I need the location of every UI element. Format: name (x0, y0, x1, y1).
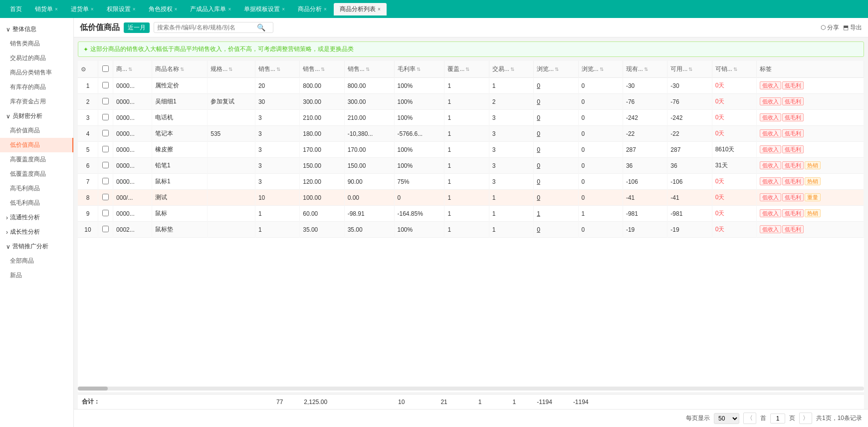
th-stock[interactable]: 现有...⇅ (623, 61, 667, 78)
nav-template-setting[interactable]: 单据模板设置 × (238, 3, 291, 15)
close-icon[interactable]: × (324, 6, 327, 12)
first-page-label: 首 (760, 414, 766, 423)
page-number-input[interactable] (770, 414, 785, 424)
row-checkbox[interactable] (102, 114, 109, 120)
nav-permission[interactable]: 权限设置 × (101, 3, 142, 15)
sidebar-group-overall[interactable]: ∨ 整体信息 (0, 22, 73, 36)
sidebar-item-traded-products[interactable]: 交易过的商品 (0, 51, 73, 65)
row-browse2: 0 (578, 190, 623, 206)
browse1-link[interactable]: 1 (537, 210, 540, 217)
sidebar-item-low-margin[interactable]: 低毛利商品 (0, 196, 73, 210)
th-browse1[interactable]: 浏览...⇅ (534, 61, 578, 78)
row-checkbox-cell (98, 94, 113, 110)
th-sales3[interactable]: 销售...⇅ (344, 61, 394, 78)
share-button[interactable]: ⬡ 分享 (821, 23, 839, 32)
sidebar-item-stock-capital[interactable]: 库存资金占用 (0, 94, 73, 109)
row-spec (208, 142, 255, 158)
browse1-link[interactable]: 0 (537, 114, 540, 121)
row-browse1[interactable]: 0 (534, 78, 578, 94)
tag-badge: 低毛利 (782, 129, 804, 137)
search-input[interactable] (157, 24, 257, 31)
sidebar-item-low-value[interactable]: 低价值商品 (0, 138, 73, 152)
next-page-button[interactable]: 〉 (799, 413, 812, 424)
browse1-link[interactable]: 0 (537, 194, 540, 201)
th-sales2[interactable]: 销售...⇅ (300, 61, 344, 78)
th-sales1[interactable]: 销售...⇅ (255, 61, 299, 78)
row-checkbox[interactable] (102, 210, 109, 216)
nav-home[interactable]: 首页 (4, 3, 28, 15)
th-sellable[interactable]: 可销...⇅ (712, 61, 756, 78)
row-browse1[interactable]: 0 (534, 110, 578, 126)
sidebar-group-marketing[interactable]: ∨ 营销推广分析 (0, 239, 73, 254)
row-checkbox[interactable] (102, 194, 109, 200)
row-checkbox[interactable] (102, 130, 109, 136)
close-icon[interactable]: × (282, 6, 285, 12)
nav-product-inbound[interactable]: 产成品入库单 × (184, 3, 237, 15)
browse1-link[interactable]: 0 (537, 130, 540, 137)
close-icon[interactable]: × (133, 6, 136, 12)
close-icon[interactable]: × (55, 6, 58, 12)
row-checkbox[interactable] (102, 82, 109, 88)
row-checkbox[interactable] (102, 98, 109, 104)
th-code[interactable]: 商...⇅ (113, 61, 152, 78)
export-button[interactable]: ⬒ 导出 (843, 23, 862, 32)
th-spec[interactable]: 规格...⇅ (208, 61, 255, 78)
arrow-right-icon: › (6, 229, 8, 236)
per-page-select[interactable]: 50 100 200 (714, 413, 739, 424)
sidebar-item-category-sales-rate[interactable]: 商品分类销售率 (0, 65, 73, 80)
row-browse1[interactable]: 0 (534, 158, 578, 174)
browse1-link[interactable]: 0 (537, 98, 540, 105)
browse1-link[interactable]: 0 (537, 226, 540, 233)
row-checkbox[interactable] (102, 226, 109, 232)
sidebar-item-all-products[interactable]: 全部商品 (0, 254, 73, 268)
sidebar-item-new-products[interactable]: 新品 (0, 268, 73, 283)
th-gross-rate[interactable]: 毛利率⇅ (394, 61, 444, 78)
row-browse1[interactable]: 0 (534, 174, 578, 190)
search-icon[interactable]: 🔍 (257, 23, 265, 31)
row-browse1[interactable]: 0 (534, 94, 578, 110)
sidebar-group-growth[interactable]: › 成长性分析 (0, 225, 73, 239)
sidebar-item-low-coverage[interactable]: 低覆盖度商品 (0, 167, 73, 181)
row-checkbox[interactable] (102, 178, 109, 184)
nav-product-analysis-list[interactable]: 商品分析列表 × (334, 3, 387, 15)
th-name[interactable]: 商品名称⇅ (152, 61, 207, 78)
nav-product-analysis[interactable]: 商品分析 × (292, 3, 333, 15)
close-icon[interactable]: × (228, 6, 231, 12)
th-avail[interactable]: 可用...⇅ (667, 61, 712, 78)
th-settings[interactable]: ⚙ (78, 61, 98, 78)
close-icon[interactable]: × (91, 6, 94, 12)
row-browse1[interactable]: 0 (534, 222, 578, 238)
horizontal-scrollbar[interactable] (78, 385, 864, 392)
browse1-link[interactable]: 0 (537, 162, 540, 169)
browse1-link[interactable]: 0 (537, 82, 540, 89)
sidebar-group-liquidity[interactable]: › 流通性分析 (0, 210, 73, 225)
nav-sales-order[interactable]: 销货单 × (29, 3, 64, 15)
browse1-link[interactable]: 0 (537, 178, 540, 185)
browse1-link[interactable]: 0 (537, 146, 540, 153)
sidebar-group-financial[interactable]: ∨ 员财密分析 (0, 109, 73, 123)
row-checkbox[interactable] (102, 146, 109, 152)
row-browse1[interactable]: 0 (534, 126, 578, 142)
row-spec (208, 206, 255, 222)
nav-role-auth[interactable]: 角色授权 × (143, 3, 184, 15)
row-browse1[interactable]: 1 (534, 206, 578, 222)
row-cover: 1 (444, 190, 489, 206)
nav-purchase-order[interactable]: 进货单 × (65, 3, 100, 15)
th-cover[interactable]: 覆盖...⇅ (444, 61, 489, 78)
th-browse2[interactable]: 浏览...⇅ (578, 61, 623, 78)
select-all-checkbox[interactable] (102, 65, 109, 72)
sidebar-item-high-coverage[interactable]: 高覆盖度商品 (0, 152, 73, 167)
close-icon[interactable]: × (175, 6, 178, 12)
first-page-button[interactable]: 〈 (743, 413, 756, 424)
sidebar-item-sales-products[interactable]: 销售类商品 (0, 36, 73, 51)
sidebar-item-stock-products[interactable]: 有库存的商品 (0, 80, 73, 94)
row-name: 笔记本 (152, 126, 207, 142)
sidebar-item-high-margin[interactable]: 高毛利商品 (0, 181, 73, 196)
row-checkbox[interactable] (102, 162, 109, 168)
filter-tag[interactable]: 近一月 (124, 22, 150, 33)
row-browse1[interactable]: 0 (534, 142, 578, 158)
sidebar-item-high-value[interactable]: 高价值商品 (0, 123, 73, 138)
close-icon[interactable]: × (378, 6, 381, 12)
th-trade[interactable]: 交易...⇅ (489, 61, 533, 78)
row-browse1[interactable]: 0 (534, 190, 578, 206)
